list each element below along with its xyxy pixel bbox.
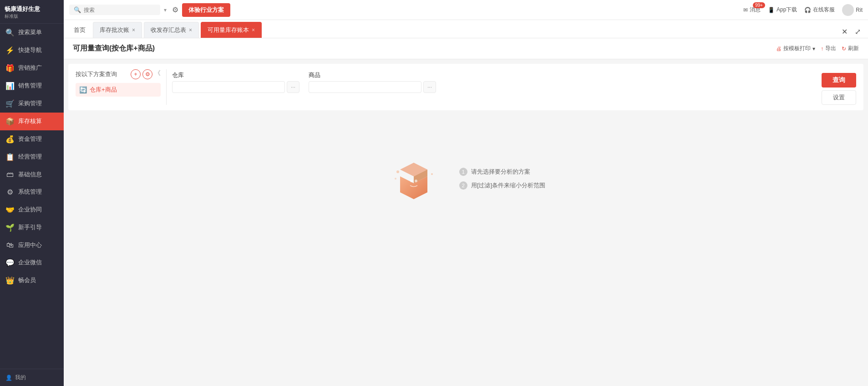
app-download-label: App下载 <box>777 6 797 14</box>
svg-point-6 <box>395 178 396 180</box>
tab-summary[interactable]: 收发存汇总表 × <box>144 22 199 38</box>
topbar: 🔍 ▾ ⚙ 体验行业方案 ✉ 消息 99+ 📱 App下载 🎧 在线客服 Rit <box>64 0 868 20</box>
goods-more-button[interactable]: ··· <box>423 81 436 93</box>
logo-sub: 标准版 <box>5 13 59 20</box>
empty-content: 1 请先选择要分析的方案 2 用[过滤]条件来缩小分析范围 <box>386 151 545 206</box>
sidebar-item-basic[interactable]: 🗃 基础信息 <box>0 166 64 183</box>
scheme-item-warehouse-goods[interactable]: 🔄 仓库+商品 <box>76 83 161 97</box>
print-chevron-icon: ▾ <box>812 46 815 52</box>
refresh-label: 刷新 <box>848 45 859 52</box>
filter-scheme-label: 按以下方案查询 <box>76 70 117 78</box>
export-icon: ↑ <box>821 46 823 52</box>
system-icon: ⚙ <box>5 188 15 196</box>
sidebar-logo: 畅康通好生意 标准版 <box>0 0 64 24</box>
sidebar-label-basic: 基础信息 <box>18 170 42 179</box>
sidebar-bottom-icon: 👤 <box>5 375 12 381</box>
sidebar-item-wechat[interactable]: 💬 企业微信 <box>0 254 64 272</box>
sidebar-item-appstore[interactable]: 🛍 应用中心 <box>0 237 64 254</box>
svg-point-7 <box>431 173 433 175</box>
svg-point-3 <box>410 180 413 182</box>
sidebar-item-member[interactable]: 👑 畅会员 <box>0 272 64 289</box>
message-icon: ✉ <box>743 7 748 13</box>
warehouse-input[interactable] <box>172 81 285 93</box>
add-scheme-button[interactable]: + <box>131 69 141 79</box>
settings-button[interactable]: 设置 <box>822 90 856 105</box>
warehouse-label: 仓库 <box>172 71 299 79</box>
topbar-search-box[interactable]: 🔍 <box>69 5 160 15</box>
warehouse-more-button[interactable]: ··· <box>287 81 299 93</box>
sidebar-item-search[interactable]: 🔍 搜索菜单 <box>0 24 64 41</box>
operation-icon: 📋 <box>5 153 15 161</box>
sidebar-item-finance[interactable]: 💰 资金管理 <box>0 130 64 148</box>
sidebar-label-wechat: 企业微信 <box>18 258 42 267</box>
empty-state: 1 请先选择要分析的方案 2 用[过滤]条件来缩小分析范围 <box>64 115 868 242</box>
collapse-icon[interactable]: 《 <box>154 69 161 79</box>
filter-action-col: 查询 设置 <box>822 71 856 105</box>
app-download-button[interactable]: 📱 App下载 <box>768 6 797 14</box>
tab-available[interactable]: 可用量库存账本 × <box>201 22 262 38</box>
tab-home-label: 首页 <box>74 26 86 34</box>
filter-fields: 仓库 ··· 商品 ··· 查询 设置 <box>172 69 856 105</box>
newbie-icon: 🌱 <box>5 223 15 232</box>
chevron-down-icon[interactable]: ▾ <box>164 7 167 13</box>
print-button[interactable]: 🖨 按模板打印 ▾ <box>776 45 815 52</box>
sidebar-bottom-label: 我的 <box>15 374 26 381</box>
basic-icon: 🗃 <box>5 170 15 179</box>
appstore-icon: 🛍 <box>5 241 15 249</box>
tip-num-2: 2 <box>459 181 467 190</box>
page-actions: 🖨 按模板打印 ▾ ↑ 导出 ↻ 刷新 <box>776 45 859 52</box>
gear-icon[interactable]: ⚙ <box>172 5 178 14</box>
sidebar-item-enterprise[interactable]: 🤝 企业协同 <box>0 201 64 219</box>
sidebar-item-purchase[interactable]: 🛒 采购管理 <box>0 95 64 113</box>
trial-button[interactable]: 体验行业方案 <box>182 3 230 17</box>
tab-available-close[interactable]: × <box>252 27 255 33</box>
query-button[interactable]: 查询 <box>822 73 856 87</box>
sidebar-label-system: 系统管理 <box>18 188 42 196</box>
sidebar-label-member: 畅会员 <box>18 276 36 284</box>
user-menu[interactable]: Rit <box>842 4 863 16</box>
content-area: 可用量查询(按仓库+商品) 🖨 按模板打印 ▾ ↑ 导出 ↻ 刷新 <box>64 38 868 386</box>
sidebar-item-marketing[interactable]: 🎁 营销推广 <box>0 59 64 77</box>
shortcut-icon: ⚡ <box>5 46 15 55</box>
wechat-icon: 💬 <box>5 258 15 267</box>
empty-tip-2: 2 用[过滤]条件来缩小分析范围 <box>459 181 545 190</box>
goods-input[interactable] <box>309 81 421 93</box>
close-tab-button[interactable]: ✕ <box>839 26 850 38</box>
search-icon: 🔍 <box>5 28 15 37</box>
empty-tip-1: 1 请先选择要分析的方案 <box>459 168 545 176</box>
filter-scheme-actions: + ⚙ 《 <box>131 69 161 79</box>
marketing-icon: 🎁 <box>5 64 15 72</box>
message-button[interactable]: ✉ 消息 99+ <box>743 6 761 14</box>
sidebar-item-system[interactable]: ⚙ 系统管理 <box>0 183 64 201</box>
tab-batch-close[interactable]: × <box>132 27 135 33</box>
search-input[interactable] <box>84 7 147 13</box>
sidebar-label-sales: 销售管理 <box>18 82 42 90</box>
sidebar-item-shortcut[interactable]: ⚡ 快捷导航 <box>0 41 64 59</box>
topbar-actions: ✉ 消息 99+ 📱 App下载 🎧 在线客服 Rit <box>743 4 863 16</box>
print-icon: 🖨 <box>776 46 782 52</box>
settings-scheme-button[interactable]: ⚙ <box>142 69 152 79</box>
sidebar-item-inventory[interactable]: 📦 库存核算 <box>0 113 64 130</box>
sidebar-item-operation[interactable]: 📋 经营管理 <box>0 148 64 166</box>
tab-batch[interactable]: 库存批次账 × <box>93 22 142 38</box>
tab-home[interactable]: 首页 <box>68 22 91 38</box>
inventory-icon: 📦 <box>5 117 15 126</box>
online-service-button[interactable]: 🎧 在线客服 <box>804 6 835 14</box>
tab-summary-close[interactable]: × <box>189 27 192 33</box>
refresh-button[interactable]: ↻ 刷新 <box>842 45 859 52</box>
purchase-icon: 🛒 <box>5 99 15 108</box>
export-button[interactable]: ↑ 导出 <box>821 45 836 52</box>
username: Rit <box>856 7 863 13</box>
expand-button[interactable]: ⤢ <box>852 26 863 38</box>
sidebar-item-sales[interactable]: 📊 销售管理 <box>0 77 64 95</box>
online-service-label: 在线客服 <box>813 6 835 14</box>
filter-scheme-header: 按以下方案查询 + ⚙ 《 <box>76 69 161 79</box>
sidebar-bottom: 👤 我的 <box>0 369 64 386</box>
goods-label: 商品 <box>309 71 436 79</box>
member-icon: 👑 <box>5 276 15 285</box>
message-badge: 99+ <box>753 2 765 8</box>
sidebar-label-shortcut: 快捷导航 <box>18 46 42 54</box>
refresh-icon: ↻ <box>842 46 846 52</box>
headset-icon: 🎧 <box>804 7 811 13</box>
sidebar-item-newbie[interactable]: 🌱 新手引导 <box>0 219 64 237</box>
